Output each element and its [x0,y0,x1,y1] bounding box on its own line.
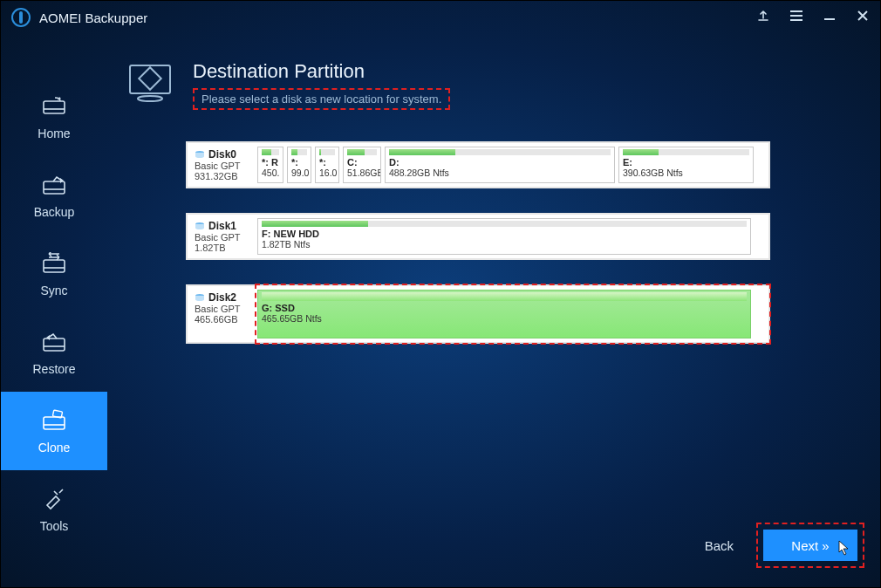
home-icon [40,93,68,120]
page-title: Destination Partition [193,60,450,83]
sidebar-label: Tools [40,519,69,533]
sidebar-item-backup[interactable]: Backup [1,156,107,235]
disk-size: 465.66GB [195,314,250,325]
disk-row[interactable]: Disk1Basic GPT1.82TBF: NEW HDD1.82TB Ntf… [186,213,770,260]
partition-list: G: SSD465.65GB Ntfs [257,286,768,342]
titlebar-controls [756,9,870,26]
partition-size: 390.63GB Ntfs [623,168,749,178]
main-content: Destination Partition Please select a di… [107,34,880,587]
titlebar: AOMEI Backupper [1,1,880,34]
disk-info: Disk0Basic GPT931.32GB [188,143,257,187]
svg-rect-3 [44,338,65,351]
sidebar-item-restore[interactable]: Restore [1,313,107,392]
partition[interactable]: E:390.63GB Ntfs [618,147,754,183]
partition[interactable]: F: NEW HDD1.82TB Ntfs [257,218,751,255]
partition-size: 16.0 [319,168,335,178]
disk-name: Disk2 [208,291,236,304]
disk-info: Disk1Basic GPT1.82TB [188,215,257,258]
page-header: Destination Partition Please select a di… [125,60,845,110]
sidebar-item-home[interactable]: Home [1,78,107,156]
svg-rect-8 [139,67,160,89]
sidebar-item-tools[interactable]: Tools [1,470,107,549]
partition-label: G: SSD [262,303,747,313]
partition-size: 1.82TB Ntfs [262,239,747,250]
sidebar-label: Restore [32,362,75,376]
svg-point-7 [138,96,162,101]
partition-size: 99.0 [291,168,307,178]
disk-icon [195,292,205,303]
partition-label: F: NEW HDD [262,229,747,239]
disk-name: Disk0 [208,148,236,161]
close-icon[interactable] [856,9,870,26]
sidebar-label: Sync [40,284,67,297]
disk-size: 1.82TB [195,243,250,253]
back-button[interactable]: Back [705,538,734,553]
next-label: Next » [791,538,829,553]
disk-row[interactable]: Disk2Basic GPT465.66GBG: SSD465.65GB Ntf… [186,284,770,344]
minimize-icon[interactable] [823,9,837,26]
footer: Back Next » [705,523,864,568]
disk-icon [195,149,205,160]
partition[interactable]: G: SSD465.65GB Ntfs [257,290,751,338]
disk-type: Basic GPT [195,161,250,171]
partition-label: *: R [262,157,279,168]
partition[interactable]: *:16.0 [315,147,339,183]
svg-rect-5 [52,410,62,418]
app-logo-icon [11,8,31,27]
partition-size: 465.65GB Ntfs [262,313,747,324]
tools-icon [40,486,68,512]
partition[interactable]: *:99.0 [287,147,311,183]
disk-list: Disk0Basic GPT931.32GB*: R450.*:99.0*:16… [186,141,770,344]
app-body: Home Backup Sync Restore [1,34,880,587]
menu-icon[interactable] [789,10,803,25]
sidebar-item-sync[interactable]: Sync [1,235,107,313]
partition-label: D: [389,157,611,168]
disk-info: Disk2Basic GPT465.66GB [188,286,257,342]
partition-label: C: [347,157,377,168]
svg-rect-1 [44,181,65,194]
disk-icon [195,221,205,231]
upgrade-icon[interactable] [756,9,770,26]
clone-icon [40,407,68,434]
partition-label: E: [623,157,749,168]
partition[interactable]: *: R450. [257,147,283,183]
sync-icon [40,250,68,277]
partition-label: *: [291,157,307,168]
partition-label: *: [319,157,335,168]
page-header-text: Destination Partition Please select a di… [193,60,450,110]
svg-rect-4 [44,417,65,429]
page-subtitle: Please select a disk as new location for… [193,88,450,110]
app-title: AOMEI Backupper [39,10,147,25]
titlebar-left: AOMEI Backupper [11,8,147,27]
partition-size: 450. [262,168,279,178]
disk-name: Disk1 [208,220,236,232]
sidebar: Home Backup Sync Restore [1,34,107,587]
next-button[interactable]: Next » [763,530,857,561]
partition-size: 51.86GB [347,168,377,178]
cursor-icon [838,540,850,556]
svg-rect-2 [44,260,65,272]
disk-type: Basic GPT [195,232,250,243]
sidebar-label: Home [38,126,70,140]
partition[interactable]: C:51.86GB [343,147,381,183]
partition-size: 488.28GB Ntfs [389,168,611,178]
partition-list: *: R450.*:99.0*:16.0C:51.86GBD:488.28GB … [257,143,768,187]
backup-icon [40,172,68,198]
partition[interactable]: D:488.28GB Ntfs [385,147,615,183]
app-window: AOMEI Backupper Home [1,1,880,587]
sidebar-label: Clone [38,441,71,455]
svg-rect-0 [44,101,65,113]
disk-row[interactable]: Disk0Basic GPT931.32GB*: R450.*:99.0*:16… [186,141,770,188]
restore-icon [40,329,68,355]
disk-size: 931.32GB [195,171,250,181]
sidebar-item-clone[interactable]: Clone [1,392,107,470]
next-highlight: Next » [756,523,864,568]
disk-type: Basic GPT [195,304,250,314]
destination-icon [125,60,175,104]
partition-list: F: NEW HDD1.82TB Ntfs [257,215,768,258]
sidebar-label: Backup [34,205,75,219]
